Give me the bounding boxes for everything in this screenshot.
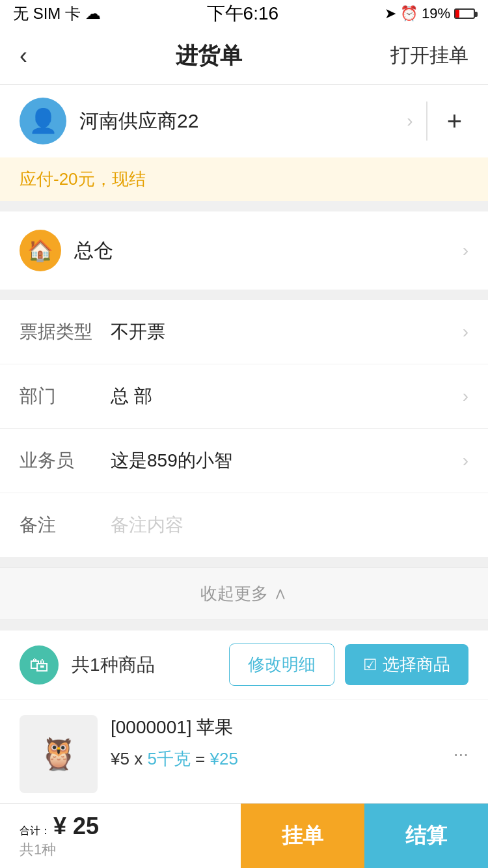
salesperson-arrow-icon: › xyxy=(463,450,468,471)
nav-bar: ‹ 进货单 打开挂单 xyxy=(0,27,488,85)
product-item: 🦉 [0000001] 苹果 ¥5 x 5千克 = ¥25 ··· xyxy=(0,699,488,809)
multiply-sign: x xyxy=(134,749,147,768)
invoice-key: 票据类型 xyxy=(20,319,98,344)
invoice-value: 不开票 xyxy=(98,319,463,344)
total-label: 合计： xyxy=(20,824,51,838)
select-product-label: 选择商品 xyxy=(383,653,450,676)
remark-input[interactable]: 备注内容 xyxy=(98,513,468,537)
product-section: 🛍 共1种商品 修改明细 ☑ 选择商品 🦉 [0000001] 苹果 ¥5 xyxy=(0,631,488,809)
warehouse-icon: 🏠 xyxy=(27,238,53,263)
unit-price: ¥5 xyxy=(111,749,129,768)
supplier-arrow-icon: › xyxy=(407,111,413,131)
dept-key: 部门 xyxy=(20,384,98,409)
product-title: 苹果 xyxy=(197,717,233,737)
product-header: 🛍 共1种商品 修改明细 ☑ 选择商品 xyxy=(0,631,488,699)
select-product-button[interactable]: ☑ 选择商品 xyxy=(345,644,468,685)
product-code: [0000001] xyxy=(111,717,192,737)
product-price-row: ¥5 x 5千克 = ¥25 xyxy=(111,748,447,770)
select-icon: ☑ xyxy=(363,656,377,674)
supplier-avatar: 👤 xyxy=(20,98,66,144)
warehouse-row[interactable]: 🏠 总仓 › xyxy=(0,211,488,290)
avatar-person-icon: 👤 xyxy=(29,107,58,135)
product-more-button[interactable]: ··· xyxy=(447,744,468,765)
supplier-section: 👤 河南供应商22 › + 应付-20元，现结 xyxy=(0,85,488,201)
warehouse-arrow-icon: › xyxy=(463,240,468,261)
total-amount: ¥ 25 xyxy=(53,813,99,840)
product-total: ¥25 xyxy=(210,749,238,768)
warehouse-icon-wrap: 🏠 xyxy=(20,230,61,271)
modify-detail-button[interactable]: 修改明细 xyxy=(229,644,334,686)
battery-icon xyxy=(454,8,475,19)
dept-arrow-icon: › xyxy=(463,386,468,407)
status-left: 无 SIM 卡 ☁ xyxy=(13,3,101,24)
location-icon: ➤ xyxy=(385,5,396,22)
product-thumbnail: 🦉 xyxy=(20,715,98,793)
product-count-icon-wrap: 🛍 xyxy=(20,645,59,685)
footer-total: 合计： ¥ 25 共1种 xyxy=(0,804,241,868)
settle-button[interactable]: 结算 xyxy=(364,804,488,868)
form-section: 票据类型 不开票 › 部门 总 部 › 业务员 这是859的小智 › 备注 备注… xyxy=(0,300,488,557)
salesperson-key: 业务员 xyxy=(20,448,98,473)
product-qty: 5千克 xyxy=(147,749,190,768)
status-time: 下午6:16 xyxy=(207,1,279,26)
page-title: 进货单 xyxy=(176,41,242,71)
product-info: [0000001] 苹果 ¥5 x 5千克 = ¥25 xyxy=(111,715,447,770)
equals-sign: = xyxy=(195,749,210,768)
cart-icon: 🛍 xyxy=(29,654,49,676)
back-button[interactable]: ‹ xyxy=(20,42,27,70)
status-bar: 无 SIM 卡 ☁ 下午6:16 ➤ ⏰ 19% xyxy=(0,0,488,27)
supplier-row[interactable]: 👤 河南供应商22 › + xyxy=(0,85,488,157)
supplier-notice: 应付-20元，现结 xyxy=(0,157,488,201)
product-name: [0000001] 苹果 xyxy=(111,715,447,740)
dept-row[interactable]: 部门 总 部 › xyxy=(0,364,488,429)
invoice-row[interactable]: 票据类型 不开票 › xyxy=(0,300,488,364)
supplier-name: 河南供应商22 xyxy=(79,108,407,135)
sim-status: 无 SIM 卡 ☁ xyxy=(13,3,101,24)
alarm-icon: ⏰ xyxy=(400,5,418,22)
open-hang-button[interactable]: 打开挂单 xyxy=(390,42,468,69)
product-count-label: 共1种商品 xyxy=(72,653,229,677)
collapse-bar[interactable]: 收起更多 ∧ xyxy=(0,567,488,620)
remark-key: 备注 xyxy=(20,513,98,537)
total-count: 共1种 xyxy=(20,840,221,860)
warehouse-label: 总仓 xyxy=(74,237,463,264)
battery-level: 19% xyxy=(422,5,450,22)
status-right: ➤ ⏰ 19% xyxy=(385,5,475,22)
dept-value: 总 部 xyxy=(98,384,463,409)
add-supplier-button[interactable]: + xyxy=(441,107,468,136)
divider xyxy=(426,102,427,141)
salesperson-value: 这是859的小智 xyxy=(98,448,463,473)
footer: 合计： ¥ 25 共1种 挂单 结算 xyxy=(0,803,488,868)
warehouse-section: 🏠 总仓 › xyxy=(0,211,488,290)
invoice-arrow-icon: › xyxy=(463,321,468,342)
main-content: 👤 河南供应商22 › + 应付-20元，现结 🏠 总仓 › 票据类型 不开票 … xyxy=(0,85,488,868)
owl-icon: 🦉 xyxy=(39,736,78,772)
salesperson-row[interactable]: 业务员 这是859的小智 › xyxy=(0,429,488,493)
hang-button[interactable]: 挂单 xyxy=(241,804,364,868)
remark-row[interactable]: 备注 备注内容 xyxy=(0,493,488,557)
